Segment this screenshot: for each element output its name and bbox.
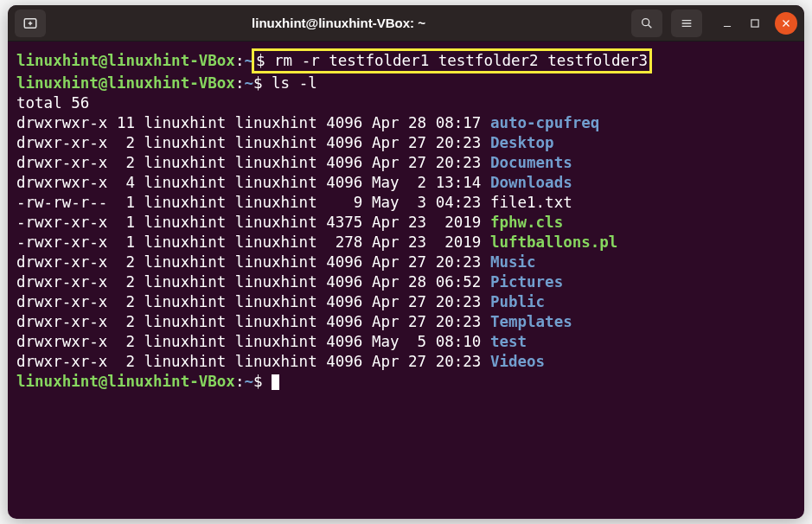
highlighted-command: $ rm -r testfolder1 testfolder2 testfold…	[252, 48, 652, 73]
ls-meta: -rwxr-xr-x 1 linuxhint linuxhint 4375 Ap…	[16, 214, 490, 231]
ls-filename: Documents	[490, 154, 572, 171]
ls-filename: Downloads	[490, 174, 572, 191]
ls-filename: file1.txt	[490, 194, 572, 211]
ls-filename: luftballons.pl	[490, 233, 618, 251]
plus-terminal-icon	[22, 16, 38, 31]
ls-filename: Desktop	[490, 134, 554, 151]
ls-row: drwxrwxr-x 4 linuxhint linuxhint 4096 Ma…	[16, 173, 796, 193]
ls-row: -rw-rw-r-- 1 linuxhint linuxhint 9 May 3…	[16, 193, 796, 213]
ls-meta: drwxr-xr-x 2 linuxhint linuxhint 4096 Ap…	[16, 253, 490, 271]
window-title: linuxhint@linuxhint-VBox: ~	[46, 16, 631, 30]
command-text-1: rm -r testfolder1 testfolder2 testfolder…	[265, 52, 649, 69]
window-controls	[719, 12, 797, 35]
ls-meta: drwxrwxr-x 11 linuxhint linuxhint 4096 A…	[16, 114, 490, 131]
ls-meta: drwxrwxr-x 4 linuxhint linuxhint 4096 Ma…	[16, 174, 490, 191]
prompt-sigil: $	[253, 373, 263, 390]
hamburger-icon	[680, 16, 694, 30]
prompt-line-empty: linuxhint@linuxhint-VBox:~$	[16, 372, 796, 392]
prompt-path: ~	[244, 373, 253, 390]
ls-output: drwxrwxr-x 11 linuxhint linuxhint 4096 A…	[16, 113, 796, 372]
ls-meta: -rwxr-xr-x 1 linuxhint linuxhint 278 Apr…	[16, 233, 490, 251]
ls-filename: Music	[490, 253, 536, 271]
search-button[interactable]	[631, 10, 662, 37]
prompt-colon: :	[235, 74, 245, 92]
ls-meta: drwxr-xr-x 2 linuxhint linuxhint 4096 Ap…	[16, 134, 490, 151]
prompt-sigil: $	[253, 74, 263, 92]
ls-row: drwxr-xr-x 2 linuxhint linuxhint 4096 Ap…	[16, 133, 796, 153]
maximize-button[interactable]	[747, 16, 763, 31]
command-line-2: linuxhint@linuxhint-VBox:~$ ls -l	[16, 73, 796, 93]
ls-row: -rwxr-xr-x 1 linuxhint linuxhint 278 Apr…	[16, 233, 796, 252]
ls-meta: drwxr-xr-x 2 linuxhint linuxhint 4096 Ap…	[16, 353, 490, 370]
ls-filename: Pictures	[490, 273, 563, 291]
new-tab-button[interactable]	[15, 10, 46, 37]
prompt-colon: :	[235, 373, 245, 390]
prompt-user: linuxhint@linuxhint-VBox	[16, 74, 235, 92]
command-text-2: ls -l	[263, 74, 317, 92]
ls-meta: drwxr-xr-x 2 linuxhint linuxhint 4096 Ap…	[16, 293, 490, 310]
prompt-user: linuxhint@linuxhint-VBox	[16, 52, 235, 69]
terminal-body[interactable]: linuxhint@linuxhint-VBox:~$ rm -r testfo…	[8, 42, 804, 519]
prompt-sigil: $	[256, 52, 265, 69]
ls-meta: drwxrwxr-x 2 linuxhint linuxhint 4096 Ma…	[16, 333, 490, 350]
ls-row: drwxr-xr-x 2 linuxhint linuxhint 4096 Ap…	[16, 292, 796, 312]
prompt-path: ~	[244, 74, 253, 92]
ls-row: drwxr-xr-x 2 linuxhint linuxhint 4096 Ap…	[16, 153, 796, 173]
ls-meta: drwxr-xr-x 2 linuxhint linuxhint 4096 Ap…	[16, 154, 490, 171]
terminal-window: linuxhint@linuxhint-VBox: ~ linu	[8, 5, 804, 519]
titlebar-right	[631, 10, 797, 37]
ls-filename: auto-cpufreq	[490, 114, 599, 131]
menu-button[interactable]	[671, 10, 702, 37]
command-line-1: linuxhint@linuxhint-VBox:~$ rm -r testfo…	[16, 48, 796, 73]
ls-row: drwxr-xr-x 2 linuxhint linuxhint 4096 Ap…	[16, 252, 796, 272]
ls-row: drwxrwxr-x 11 linuxhint linuxhint 4096 A…	[16, 113, 796, 133]
ls-row: drwxrwxr-x 2 linuxhint linuxhint 4096 Ma…	[16, 332, 796, 352]
output-total: total 56	[16, 93, 796, 113]
ls-row: drwxr-xr-x 2 linuxhint linuxhint 4096 Ap…	[16, 312, 796, 332]
svg-point-3	[643, 18, 649, 25]
prompt-colon: :	[235, 52, 245, 69]
ls-filename: Public	[490, 293, 545, 310]
ls-row: drwxr-xr-x 2 linuxhint linuxhint 4096 Ap…	[16, 352, 796, 372]
ls-row: drwxr-xr-x 2 linuxhint linuxhint 4096 Ap…	[16, 272, 796, 292]
svg-line-4	[649, 24, 652, 28]
ls-filename: test	[490, 333, 527, 350]
ls-row: -rwxr-xr-x 1 linuxhint linuxhint 4375 Ap…	[16, 213, 796, 233]
search-icon	[640, 16, 654, 30]
ls-filename: Videos	[490, 353, 545, 370]
close-icon	[780, 17, 792, 29]
ls-filename: fphw.cls	[490, 214, 563, 231]
svg-rect-9	[751, 19, 758, 26]
minimize-icon	[721, 17, 733, 29]
cursor	[272, 374, 279, 390]
prompt-user: linuxhint@linuxhint-VBox	[16, 373, 235, 390]
ls-meta: drwxr-xr-x 2 linuxhint linuxhint 4096 Ap…	[16, 313, 490, 330]
minimize-button[interactable]	[719, 16, 735, 31]
ls-meta: -rw-rw-r-- 1 linuxhint linuxhint 9 May 3…	[16, 194, 490, 211]
titlebar: linuxhint@linuxhint-VBox: ~	[8, 5, 804, 42]
ls-filename: Templates	[490, 313, 572, 330]
close-button[interactable]	[775, 12, 797, 35]
maximize-icon	[749, 17, 761, 29]
ls-meta: drwxr-xr-x 2 linuxhint linuxhint 4096 Ap…	[16, 273, 490, 291]
